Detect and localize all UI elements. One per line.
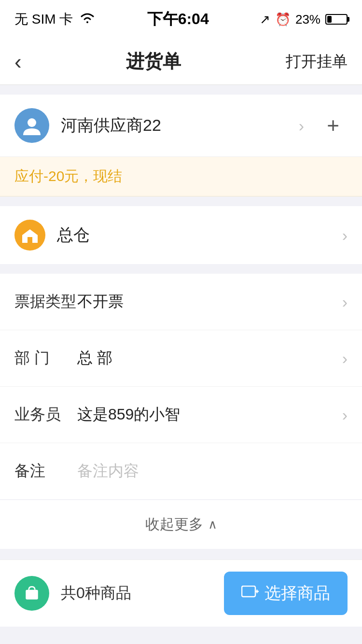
select-product-icon (241, 584, 259, 603)
salesperson-chevron-icon: › (342, 406, 348, 424)
collapse-icon: ∧ (208, 517, 217, 532)
department-chevron-icon: › (342, 349, 348, 368)
battery-icon (325, 14, 348, 25)
section-gap-1 (0, 85, 362, 95)
warehouse-chevron-icon: › (342, 226, 348, 245)
remark-row[interactable]: 备注 备注内容 (0, 443, 362, 499)
status-right: ↗ ⏰ 23% (260, 12, 348, 27)
salesperson-row[interactable]: 业务员 这是859的小智 › (0, 387, 362, 443)
collapse-row[interactable]: 收起更多 ∧ (0, 500, 362, 549)
section-gap-3 (0, 264, 362, 274)
collapse-label: 收起更多 (145, 515, 203, 534)
alarm-icon: ⏰ (275, 12, 291, 27)
section-gap-2 (0, 196, 362, 206)
open-pending-button[interactable]: 打开挂单 (286, 51, 348, 72)
notice-banner: 应付-20元，现结 (0, 157, 362, 196)
supplier-avatar (14, 108, 49, 143)
status-left: 无 SIM 卡 (14, 10, 96, 28)
invoice-type-label: 票据类型 (14, 291, 77, 312)
remark-input[interactable]: 备注内容 (77, 461, 348, 482)
product-cart-icon (14, 576, 49, 611)
svg-point-0 (28, 118, 36, 127)
select-product-label: 选择商品 (265, 582, 330, 604)
back-button[interactable]: ‹ (14, 50, 22, 74)
svg-rect-2 (26, 590, 38, 600)
bottom-bar: 共0种商品 选择商品 (0, 560, 362, 627)
status-time: 下午6:04 (147, 9, 209, 30)
salesperson-label: 业务员 (14, 404, 77, 425)
battery-text: 23% (295, 12, 320, 27)
salesperson-value: 这是859的小智 (77, 404, 342, 425)
department-row[interactable]: 部 门 总 部 › (0, 330, 362, 387)
add-supplier-button[interactable]: + (319, 111, 348, 140)
warehouse-icon (14, 220, 45, 251)
department-value: 总 部 (77, 348, 342, 369)
page-background (0, 627, 362, 644)
select-product-button[interactable]: 选择商品 (224, 572, 348, 615)
remark-label: 备注 (14, 461, 77, 482)
form-section: 票据类型 不开票 › 部 门 总 部 › 业务员 这是859的小智 › 备注 备… (0, 274, 362, 499)
section-gap-4 (0, 549, 362, 559)
status-bar: 无 SIM 卡 下午6:04 ↗ ⏰ 23% (0, 0, 362, 39)
svg-rect-3 (242, 586, 255, 597)
department-label: 部 门 (14, 348, 77, 369)
carrier-text: 无 SIM 卡 (14, 10, 73, 28)
supplier-chevron-icon: › (299, 116, 304, 135)
page-title: 进货单 (126, 49, 181, 74)
invoice-type-chevron-icon: › (342, 293, 348, 311)
warehouse-row[interactable]: 总仓 › (0, 206, 362, 264)
nav-bar: ‹ 进货单 打开挂单 (0, 39, 362, 85)
supplier-row: 河南供应商22 › + (0, 95, 362, 157)
location-icon: ↗ (260, 12, 270, 27)
warehouse-name: 总仓 (57, 224, 342, 246)
supplier-name: 河南供应商22 (61, 114, 299, 137)
invoice-type-value: 不开票 (77, 291, 342, 312)
product-count-label: 共0种商品 (61, 583, 224, 604)
wifi-icon (79, 12, 96, 28)
invoice-type-row[interactable]: 票据类型 不开票 › (0, 274, 362, 330)
svg-rect-1 (28, 237, 32, 243)
